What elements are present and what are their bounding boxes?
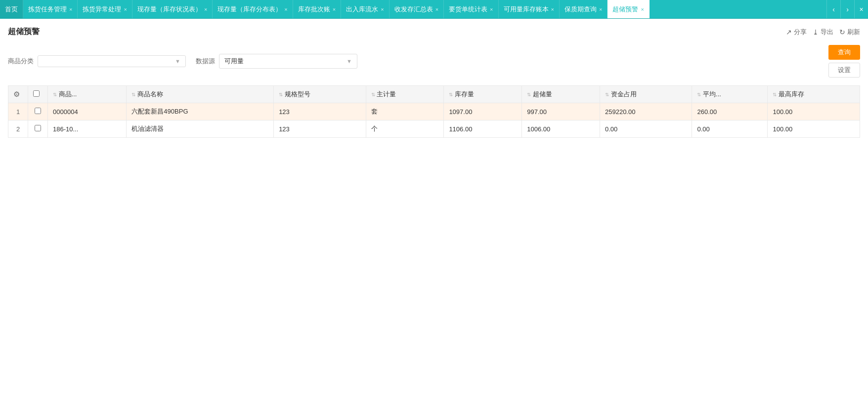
- row-overstock-0: 997.00: [522, 103, 600, 120]
- nav-batch-account[interactable]: 库存批次账 ×: [293, 0, 341, 19]
- col-capital-label: 资金占用: [611, 90, 637, 98]
- nav-usable-account[interactable]: 可用量库存账本 ×: [499, 0, 560, 19]
- filter-category-select[interactable]: ▼: [38, 55, 186, 67]
- nav-inventory-dist-label: 现存量（库存分布表）: [217, 5, 282, 14]
- nav-overstock-warning[interactable]: 超储预警 ×: [608, 0, 649, 19]
- page-header: 超储预警 ↗ 分享 ⤓ 导出 ↻ 刷新: [8, 27, 860, 37]
- nav-inventory-status[interactable]: 现存量（库存状况表） ×: [132, 0, 213, 19]
- row-product-name-0: 六配套新昌490BPG: [127, 103, 274, 120]
- col-checkbox: [28, 86, 48, 103]
- nav-inventory-status-label: 现存量（库存状况表）: [137, 5, 202, 14]
- query-button[interactable]: 查询: [828, 45, 860, 60]
- nav-inventory-dist-close[interactable]: ×: [284, 6, 287, 12]
- table-row: 2 186-10... 机油滤清器 123 个 1106.00 1006.00 …: [8, 120, 860, 138]
- nav-home-label: 首页: [5, 5, 18, 14]
- row-avg-1: 0.00: [692, 120, 768, 138]
- col-max-stock-label: 最高库存: [779, 90, 804, 98]
- sort-icon-2: ⇅: [131, 92, 135, 97]
- nav-abnormal-close[interactable]: ×: [124, 6, 127, 12]
- nav-batch-account-close[interactable]: ×: [333, 6, 336, 12]
- nav-collect-send[interactable]: 收发存汇总表 ×: [390, 0, 444, 19]
- filter-datasource-select[interactable]: 可用量 ▼: [219, 54, 357, 69]
- settings-button[interactable]: 设置: [828, 63, 860, 78]
- sort-icon-8: ⇅: [697, 92, 701, 97]
- col-product-name-label: 商品名称: [137, 90, 163, 98]
- refresh-icon: ↻: [839, 28, 845, 36]
- nav-usable-account-close[interactable]: ×: [551, 6, 554, 12]
- sort-icon-9: ⇅: [773, 92, 777, 97]
- filter-action-buttons: 查询 设置: [828, 45, 860, 78]
- nav-order-stats-close[interactable]: ×: [490, 6, 493, 12]
- sort-icon-6: ⇅: [527, 92, 531, 97]
- nav-inventory-status-close[interactable]: ×: [204, 6, 207, 12]
- row-max-stock-1: 100.00: [768, 120, 860, 138]
- row-product-code-1: 186-10...: [48, 120, 127, 138]
- gear-icon[interactable]: ⚙: [13, 90, 20, 98]
- nav-arrow-close-all[interactable]: ×: [854, 0, 868, 19]
- row-avg-0: 260.00: [692, 103, 768, 120]
- chevron-down-icon-2: ▼: [347, 58, 352, 64]
- share-button[interactable]: ↗ 分享: [786, 28, 807, 37]
- col-gear: ⚙: [8, 86, 28, 103]
- nav-home[interactable]: 首页: [0, 0, 23, 19]
- sort-icon-4: ⇅: [371, 92, 375, 97]
- export-label: 导出: [821, 28, 833, 37]
- nav-usable-account-label: 可用量库存账本: [504, 5, 549, 14]
- nav-order-stats[interactable]: 要货单统计表 ×: [444, 0, 498, 19]
- export-button[interactable]: ⤓ 导出: [813, 28, 833, 37]
- col-capital[interactable]: ⇅ 资金占用: [600, 86, 692, 103]
- nav-quality-check[interactable]: 保质期查询 ×: [560, 0, 608, 19]
- share-icon: ↗: [786, 28, 792, 36]
- col-product-code[interactable]: ⇅ 商品...: [48, 86, 127, 103]
- row-spec-1: 123: [274, 120, 366, 138]
- sort-icon-5: ⇅: [449, 92, 453, 97]
- col-avg[interactable]: ⇅ 平均...: [692, 86, 768, 103]
- row-checkbox-0[interactable]: [35, 108, 41, 114]
- nav-arrow-left[interactable]: ‹: [826, 0, 840, 19]
- nav-arrows: ‹ › ×: [826, 0, 868, 19]
- nav-overstock-warning-label: 超储预警: [612, 5, 638, 14]
- share-label: 分享: [794, 28, 807, 37]
- col-spec[interactable]: ⇅ 规格型号: [274, 86, 366, 103]
- top-nav: 首页 拣货任务管理 × 拣货异常处理 × 现存量（库存状况表） × 现存量（库存…: [0, 0, 868, 19]
- col-unit[interactable]: ⇅ 主计量: [366, 86, 444, 103]
- row-number-0: 1: [8, 103, 28, 120]
- nav-task-mgmt-close[interactable]: ×: [69, 6, 72, 12]
- row-unit-1: 个: [366, 120, 444, 138]
- nav-quality-check-close[interactable]: ×: [599, 6, 602, 12]
- refresh-button[interactable]: ↻ 刷新: [839, 28, 860, 37]
- nav-in-out-flow-close[interactable]: ×: [381, 6, 384, 12]
- sort-icon-7: ⇅: [605, 92, 609, 97]
- col-overstock[interactable]: ⇅ 超储量: [522, 86, 600, 103]
- table-header-row: ⚙ ⇅ 商品... ⇅ 商品名称 ⇅ 规格型号 ⇅: [8, 86, 860, 103]
- col-stock-label: 库存量: [455, 90, 474, 98]
- col-overstock-label: 超储量: [533, 90, 552, 98]
- col-product-code-label: 商品...: [59, 90, 77, 98]
- filter-row: 商品分类 ▼ 数据源 可用量 ▼ 查询 设置: [8, 45, 860, 78]
- nav-abnormal[interactable]: 拣货异常处理 ×: [78, 0, 132, 19]
- select-all-checkbox[interactable]: [33, 90, 40, 97]
- nav-batch-account-label: 库存批次账: [298, 5, 330, 14]
- row-checkbox-1[interactable]: [35, 125, 41, 131]
- col-stock[interactable]: ⇅ 库存量: [444, 86, 522, 103]
- nav-quality-check-label: 保质期查询: [564, 5, 597, 14]
- col-max-stock[interactable]: ⇅ 最高库存: [768, 86, 860, 103]
- nav-collect-send-close[interactable]: ×: [435, 6, 438, 12]
- page-content: 超储预警 ↗ 分享 ⤓ 导出 ↻ 刷新 商品分类 ▼ 数据源: [0, 19, 868, 395]
- page-title: 超储预警: [8, 27, 40, 37]
- nav-task-mgmt[interactable]: 拣货任务管理 ×: [23, 0, 78, 19]
- row-max-stock-0: 100.00: [768, 103, 860, 120]
- row-number-1: 2: [8, 120, 28, 138]
- nav-collect-send-label: 收发存汇总表: [394, 5, 433, 14]
- nav-abnormal-label: 拣货异常处理: [83, 5, 121, 14]
- sort-icon: ⇅: [53, 92, 57, 97]
- nav-overstock-warning-close[interactable]: ×: [641, 6, 644, 12]
- nav-inventory-dist[interactable]: 现存量（库存分布表） ×: [213, 0, 293, 19]
- col-unit-label: 主计量: [377, 90, 396, 98]
- nav-in-out-flow[interactable]: 出入库流水 ×: [341, 0, 389, 19]
- col-avg-label: 平均...: [703, 90, 721, 98]
- col-product-name[interactable]: ⇅ 商品名称: [127, 86, 274, 103]
- export-icon: ⤓: [813, 28, 819, 36]
- nav-arrow-right[interactable]: ›: [840, 0, 854, 19]
- col-spec-label: 规格型号: [285, 90, 310, 98]
